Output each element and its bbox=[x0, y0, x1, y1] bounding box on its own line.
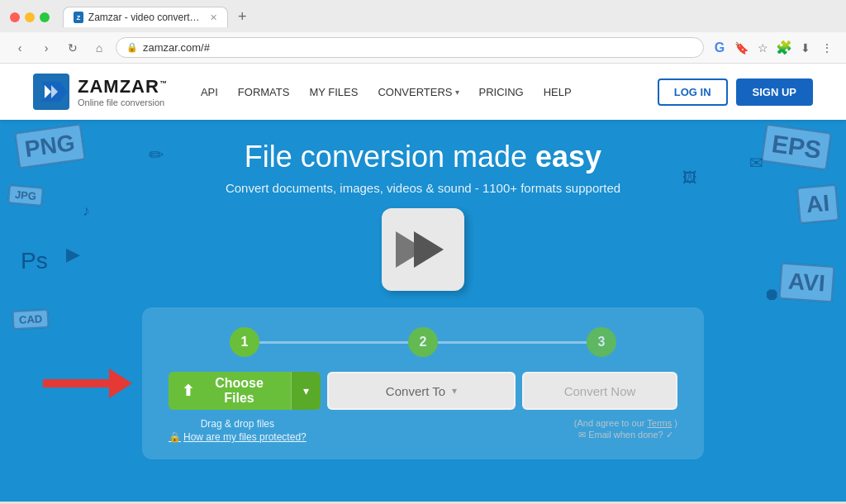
star-icon[interactable]: ☆ bbox=[753, 39, 772, 57]
logo-name: ZAMZAR™ bbox=[78, 76, 168, 97]
convert-to-caret-icon: ▾ bbox=[452, 385, 457, 397]
convert-to-button[interactable]: Convert To ▾ bbox=[327, 372, 516, 410]
bg-avi-icon: AVI bbox=[779, 263, 835, 302]
converter-controls: ⬆ Choose Files ▾ Convert To ▾ Convert No… bbox=[169, 372, 677, 410]
signup-button[interactable]: SIGN UP bbox=[736, 78, 813, 106]
address-bar[interactable]: 🔒 zamzar.com/# bbox=[116, 37, 704, 58]
bg-ai-icon: AI bbox=[796, 184, 839, 224]
steps-bar: 1 2 3 bbox=[169, 327, 677, 357]
website: ZAMZAR™ Online file conversion API FORMA… bbox=[0, 64, 846, 502]
browser-toolbar: ‹ › ↻ ⌂ 🔒 zamzar.com/# G 🔖 ☆ 🧩 ⬇ ⋮ bbox=[0, 32, 846, 64]
play-icon-container bbox=[382, 208, 464, 291]
google-icon[interactable]: G bbox=[711, 39, 729, 57]
nav-actions: LOG IN SIGN UP bbox=[658, 78, 813, 106]
tab-favicon: Z bbox=[74, 12, 83, 23]
arrow-head-icon bbox=[109, 368, 132, 398]
toolbar-icons: G 🔖 ☆ 🧩 ⬇ ⋮ bbox=[711, 39, 836, 57]
converter-box: 1 2 3 ⬆ Choose Files ▾ bbox=[142, 307, 704, 459]
converters-caret-icon: ▾ bbox=[455, 88, 459, 97]
logo-text: ZAMZAR™ Online file conversion bbox=[78, 76, 168, 107]
step-1: 1 bbox=[230, 327, 259, 357]
ssl-lock-icon: 🔒 bbox=[126, 42, 138, 53]
nav-help[interactable]: HELP bbox=[544, 86, 572, 98]
tab-bar: Z Zamzar - video converter, au... ✕ + bbox=[63, 7, 836, 27]
logo-area: ZAMZAR™ Online file conversion bbox=[33, 74, 168, 110]
upload-icon: ⬆ bbox=[182, 382, 194, 400]
logo-subtitle: Online file conversion bbox=[78, 97, 168, 107]
step-2: 2 bbox=[408, 327, 438, 357]
bg-png-icon: PNG bbox=[14, 124, 85, 169]
nav-api[interactable]: API bbox=[201, 86, 218, 98]
refresh-button[interactable]: ↻ bbox=[63, 38, 83, 58]
nav-links: API FORMATS MY FILES CONVERTERS ▾ PRICIN… bbox=[201, 86, 658, 98]
converter-footer: Drag & drop files 🔒 How are my files pro… bbox=[169, 418, 677, 443]
bg-triangle-icon: ▶ bbox=[66, 244, 80, 265]
hero-section: PNG JPG Ps CAD EPS AI AVI ♪ ✏ 🖼 ✉ ▶ ⏺ Fi… bbox=[0, 120, 846, 502]
choose-files-label: ⬆ Choose Files bbox=[169, 376, 291, 406]
hero-subtitle: Convert documents, images, videos & soun… bbox=[226, 181, 620, 195]
bg-envelope-icon: ✉ bbox=[749, 153, 763, 173]
forward-button[interactable]: › bbox=[36, 38, 56, 58]
new-tab-button[interactable]: + bbox=[231, 8, 254, 26]
step-line-2 bbox=[438, 341, 587, 344]
maximize-button[interactable] bbox=[40, 12, 50, 22]
play-arrows bbox=[402, 231, 444, 268]
bg-pencil-icon: ✏ bbox=[149, 145, 164, 166]
download-icon[interactable]: ⬇ bbox=[796, 39, 815, 57]
traffic-lights bbox=[10, 12, 50, 22]
protection-link[interactable]: 🔒 How are my files protected? bbox=[169, 431, 307, 443]
play-arrow-2 bbox=[414, 231, 444, 268]
nav-myfiles[interactable]: MY FILES bbox=[309, 86, 358, 98]
bg-cad-icon: CAD bbox=[12, 309, 49, 330]
bg-circle-icon: ⏺ bbox=[763, 285, 780, 304]
nav-formats[interactable]: FORMATS bbox=[238, 86, 290, 98]
red-arrow bbox=[43, 368, 132, 398]
close-button[interactable] bbox=[10, 12, 20, 22]
back-button[interactable]: ‹ bbox=[10, 38, 30, 58]
menu-icon[interactable]: ⋮ bbox=[818, 39, 836, 57]
minimize-button[interactable] bbox=[25, 12, 35, 22]
login-button[interactable]: LOG IN bbox=[658, 78, 728, 106]
browser-chrome: Z Zamzar - video converter, au... ✕ + ‹ … bbox=[0, 0, 846, 64]
terms-text: (And agree to our Terms ) bbox=[574, 418, 677, 428]
choose-files-button[interactable]: ⬆ Choose Files ▾ bbox=[169, 372, 321, 410]
top-nav: ZAMZAR™ Online file conversion API FORMA… bbox=[0, 64, 846, 120]
browser-titlebar: Z Zamzar - video converter, au... ✕ + bbox=[0, 0, 846, 32]
logo-icon bbox=[33, 74, 69, 110]
step-line-1 bbox=[259, 341, 408, 344]
lock-icon: 🔒 bbox=[169, 431, 181, 443]
nav-converters[interactable]: CONVERTERS ▾ bbox=[378, 86, 459, 98]
bg-ps-icon: Ps bbox=[21, 248, 48, 274]
nav-pricing[interactable]: PRICING bbox=[479, 86, 524, 98]
tab-title: Zamzar - video converter, au... bbox=[88, 12, 202, 23]
footer-left: Drag & drop files 🔒 How are my files pro… bbox=[169, 418, 307, 443]
footer-right: (And agree to our Terms ) ✉ Email when d… bbox=[574, 418, 677, 440]
home-button[interactable]: ⌂ bbox=[89, 38, 109, 58]
tab-close-icon[interactable]: ✕ bbox=[210, 12, 217, 23]
choose-files-dropdown-icon[interactable]: ▾ bbox=[291, 372, 321, 410]
bg-jpg-icon: JPG bbox=[7, 184, 44, 207]
bg-eps-icon: EPS bbox=[761, 124, 832, 171]
hero-title: File conversion made easy bbox=[245, 140, 601, 174]
extension-icon[interactable]: 🧩 bbox=[775, 39, 793, 57]
email-label: ✉ Email when done? ✓ bbox=[574, 430, 677, 440]
bg-photo-icon: 🖼 bbox=[682, 169, 697, 187]
page-content: ZAMZAR™ Online file conversion API FORMA… bbox=[0, 64, 846, 502]
bg-music-icon: ♪ bbox=[83, 202, 90, 220]
url-text: zamzar.com/# bbox=[143, 41, 210, 54]
active-tab[interactable]: Z Zamzar - video converter, au... ✕ bbox=[63, 7, 228, 27]
arrow-shaft bbox=[43, 379, 109, 388]
terms-link[interactable]: Terms bbox=[647, 418, 672, 428]
bookmark-icon[interactable]: 🔖 bbox=[732, 39, 750, 57]
step-3: 3 bbox=[587, 327, 616, 357]
convert-now-button[interactable]: Convert Now bbox=[522, 372, 677, 410]
